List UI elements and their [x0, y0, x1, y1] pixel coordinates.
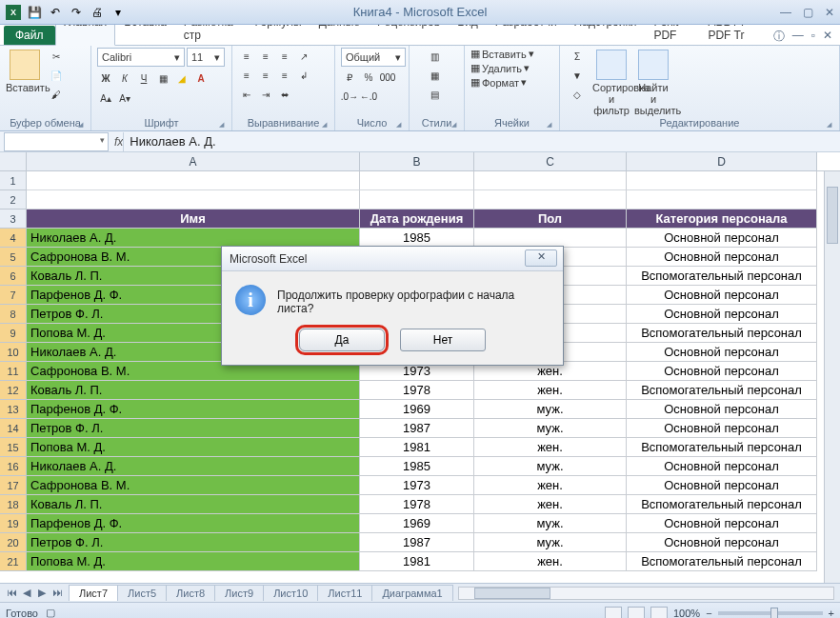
maximize-icon[interactable]: ▢	[803, 6, 813, 19]
find-select-button[interactable]: Найти и выделить	[634, 48, 672, 116]
copy-icon[interactable]: 📄	[48, 67, 65, 84]
sheet-next-icon[interactable]: ▶	[34, 587, 50, 599]
row-header[interactable]: 19	[0, 514, 27, 533]
font-size-combo[interactable]: 11▾	[187, 48, 225, 67]
increase-font-icon[interactable]: A▴	[97, 90, 114, 107]
cell-sex[interactable]	[474, 229, 627, 248]
cell-dob[interactable]: 1981	[360, 438, 474, 457]
row-header[interactable]: 6	[0, 267, 27, 286]
close-icon[interactable]: ✕	[825, 6, 834, 19]
cell-sex[interactable]: жен.	[474, 476, 627, 495]
formula-input[interactable]: Николаев А. Д.	[123, 132, 840, 151]
workbook-close-icon[interactable]: ✕	[823, 29, 832, 45]
percent-icon[interactable]: %	[360, 69, 377, 86]
row-header[interactable]: 21	[0, 552, 27, 571]
cell[interactable]	[627, 190, 817, 209]
font-name-combo[interactable]: Calibri▾	[97, 48, 185, 67]
cell-dob[interactable]: 1978	[360, 381, 474, 400]
cell-cat[interactable]: Вспомогательный персонал	[627, 438, 817, 457]
print-preview-icon[interactable]: 🖨	[88, 3, 107, 22]
cell-dob[interactable]: 1973	[360, 476, 474, 495]
help-icon[interactable]: ⓘ	[773, 29, 785, 45]
sheet-tab[interactable]: Лист5	[117, 585, 167, 601]
cell-sex[interactable]: жен.	[474, 552, 627, 571]
cell-name[interactable]: Попова М. Д.	[27, 438, 360, 457]
format-cells-button[interactable]: ▦ Формат ▾	[470, 76, 527, 89]
merge-icon[interactable]: ⬌	[276, 86, 293, 103]
cell-cat[interactable]: Вспомогательный персонал	[627, 267, 817, 286]
sheet-tab[interactable]: Лист8	[166, 585, 215, 601]
format-table-icon[interactable]: ▦	[415, 67, 453, 84]
row-header[interactable]: 10	[0, 343, 27, 362]
align-center-icon[interactable]: ≡	[257, 67, 274, 84]
header-cat[interactable]: Категория персонала	[627, 209, 817, 229]
conditional-formatting-icon[interactable]: ▥	[415, 48, 453, 65]
currency-icon[interactable]: ₽	[341, 69, 358, 86]
cell-cat[interactable]: Основной персонал	[627, 457, 817, 476]
ribbon-minimize-icon[interactable]: —	[792, 29, 804, 45]
cell[interactable]	[27, 190, 360, 209]
cell[interactable]	[360, 190, 474, 209]
excel-app-icon[interactable]: X	[4, 3, 23, 22]
spreadsheet-grid[interactable]: A B C D 1 2 3 Имя Дата рождения Пол Кате…	[0, 152, 840, 583]
italic-button[interactable]: К	[116, 70, 133, 87]
select-all-corner[interactable]	[0, 152, 27, 170]
cell-dob[interactable]: 1985	[360, 457, 474, 476]
bold-button[interactable]: Ж	[97, 70, 114, 87]
cell-sex[interactable]: жен.	[474, 381, 627, 400]
macro-record-icon[interactable]: ▢	[46, 607, 55, 618]
cell-name[interactable]: Попова М. Д.	[27, 552, 360, 571]
col-header-A[interactable]: A	[27, 152, 360, 170]
zoom-out-icon[interactable]: −	[706, 608, 711, 619]
zoom-slider[interactable]	[718, 611, 823, 615]
autosum-icon[interactable]: Σ	[566, 48, 589, 65]
row-header[interactable]: 12	[0, 381, 27, 400]
row-header[interactable]: 9	[0, 324, 27, 343]
align-right-icon[interactable]: ≡	[276, 67, 293, 84]
cell-name[interactable]: Коваль Л. П.	[27, 495, 360, 514]
row-header[interactable]: 8	[0, 305, 27, 324]
qat-customize-icon[interactable]: ▾	[109, 3, 128, 22]
sheet-tab[interactable]: Лист10	[263, 585, 318, 601]
header-sex[interactable]: Пол	[474, 209, 627, 229]
row-header[interactable]: 3	[0, 209, 27, 229]
decrease-font-icon[interactable]: A▾	[116, 90, 133, 107]
cell-dob[interactable]: 1978	[360, 495, 474, 514]
row-header[interactable]: 7	[0, 286, 27, 305]
row-header[interactable]: 18	[0, 495, 27, 514]
paste-button[interactable]: Вставить	[6, 48, 44, 93]
cell-cat[interactable]: Вспомогательный персонал	[627, 552, 817, 571]
fx-icon[interactable]: fx	[114, 135, 123, 149]
cell[interactable]	[27, 171, 360, 190]
col-header-D[interactable]: D	[627, 152, 817, 170]
horizontal-scrollbar[interactable]	[458, 587, 834, 600]
cell-sex[interactable]: муж.	[474, 533, 627, 552]
cell-sex[interactable]: муж.	[474, 419, 627, 438]
sheet-last-icon[interactable]: ⏭	[50, 587, 65, 599]
cell-sex[interactable]: жен.	[474, 438, 627, 457]
cell-dob[interactable]: 1987	[360, 533, 474, 552]
name-box[interactable]	[4, 132, 109, 151]
cell-cat[interactable]: Основной персонал	[627, 533, 817, 552]
row-header[interactable]: 15	[0, 438, 27, 457]
dialog-yes-button[interactable]: Да	[299, 329, 385, 351]
file-tab[interactable]: Файл	[4, 26, 55, 45]
col-header-B[interactable]: B	[360, 152, 474, 170]
cell-name[interactable]: Николаев А. Д.	[27, 457, 360, 476]
zoom-in-icon[interactable]: +	[829, 608, 834, 619]
font-color-button[interactable]: А	[192, 70, 210, 87]
decrease-indent-icon[interactable]: ⇤	[238, 86, 255, 103]
sheet-tab[interactable]: Лист11	[317, 585, 372, 601]
align-left-icon[interactable]: ≡	[238, 67, 255, 84]
minimize-icon[interactable]: —	[780, 6, 791, 19]
cut-icon[interactable]: ✂	[48, 48, 65, 65]
row-header[interactable]: 5	[0, 248, 27, 267]
cell-sex[interactable]: муж.	[474, 514, 627, 533]
cell-cat[interactable]: Основной персонал	[627, 362, 817, 381]
page-break-view-icon[interactable]	[650, 607, 668, 619]
orientation-icon[interactable]: ↗	[295, 48, 312, 65]
row-header[interactable]: 1	[0, 171, 27, 190]
cell-cat[interactable]: Основной персонал	[627, 419, 817, 438]
cell-cat[interactable]: Основной персонал	[627, 343, 817, 362]
dialog-titlebar[interactable]: Microsoft Excel ✕	[222, 247, 563, 271]
